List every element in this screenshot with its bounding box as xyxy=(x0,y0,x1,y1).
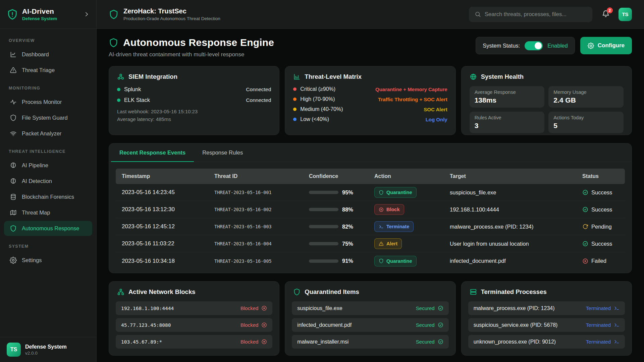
sidebar-item-label: File System Guard xyxy=(22,115,68,121)
sidebar-item-ai-pipeline[interactable]: AI Pipeline xyxy=(4,158,92,173)
column-header: Status xyxy=(576,169,625,184)
sidebar-item-blockchain-forensics[interactable]: Blockchain Forensics xyxy=(4,189,92,204)
siem-connection-name: Splunk xyxy=(124,86,141,93)
item-status[interactable]: Secured xyxy=(416,305,443,311)
stat-label: Average Response xyxy=(475,89,540,95)
footer-version: v2.0.0 xyxy=(25,351,67,356)
footer-avatar: TS xyxy=(7,343,21,357)
stat-value: 3 xyxy=(475,122,540,130)
sidebar-section-label: THREAT INTELLIGENCE xyxy=(0,142,96,157)
item-status[interactable]: Secured xyxy=(416,339,443,345)
stat-value: 5 xyxy=(553,122,619,130)
sidebar-item-label: AI Detection xyxy=(22,178,52,184)
check-circle-icon xyxy=(582,241,588,247)
webhook-icon xyxy=(117,73,124,80)
confidence-bar xyxy=(309,225,338,228)
shield-icon xyxy=(379,190,384,195)
item-name: 103.45.67.89:* xyxy=(121,339,162,345)
column-header: Target xyxy=(444,169,576,184)
stat-label: Memory Usage xyxy=(553,89,619,95)
system-health-card: System Health Average Response 138ms Mem… xyxy=(461,66,632,135)
configure-label: Configure xyxy=(598,42,625,49)
action-badge-alert[interactable]: Alert xyxy=(374,238,402,249)
chevron-right-icon[interactable] xyxy=(84,11,90,17)
gear-icon xyxy=(588,43,594,49)
event-target: suspicious_file.exe xyxy=(444,189,576,196)
alert-triangle-icon xyxy=(10,67,17,74)
main-content: Autonomous Response Engine AI-driven thr… xyxy=(97,29,644,362)
gear-icon xyxy=(10,257,17,264)
check-circle-icon xyxy=(582,189,588,195)
level-dot xyxy=(293,118,297,121)
list-item: 103.45.67.89:* Blocked xyxy=(116,335,272,349)
sidebar-section-label: SYSTEM xyxy=(0,237,96,252)
item-status[interactable]: Secured xyxy=(416,322,443,328)
notification-badge: 2 xyxy=(607,7,613,13)
quarantined-items-card: Quarantined Items suspicious_file.exe Se… xyxy=(285,281,455,356)
footer-title: Defense System xyxy=(25,344,67,350)
event-timestamp: 2023-05-16 11:03:22 xyxy=(116,240,208,247)
level-dot xyxy=(293,98,297,101)
notifications-button[interactable]: 2 xyxy=(602,10,610,19)
event-threat-id: THREAT-2023-05-16-005 xyxy=(208,258,303,264)
network-nodes-icon xyxy=(117,288,124,296)
sidebar-item-label: Settings xyxy=(22,257,42,263)
level-dot xyxy=(293,87,297,91)
list-item: unknown_process.exe (PID: 9012) Terminat… xyxy=(468,335,625,349)
sidebar-item-process-monitor[interactable]: Process Monitor xyxy=(4,95,92,110)
siem-connection-row: Splunk Connected xyxy=(117,86,271,93)
level-label: High (70-90%) xyxy=(300,96,335,102)
user-avatar[interactable]: TS xyxy=(619,8,632,21)
level-label: Critical (≥90%) xyxy=(300,86,335,92)
event-confidence: 82% xyxy=(303,224,368,230)
item-status[interactable]: Blocked xyxy=(240,339,267,345)
action-badge-quarantine[interactable]: Quarantine xyxy=(374,256,417,266)
confidence-bar xyxy=(309,259,338,263)
configure-button[interactable]: Configure xyxy=(580,37,632,54)
health-stat-tile: Rules Active 3 xyxy=(470,112,545,133)
sidebar-item-threat-triage[interactable]: Threat Triage xyxy=(4,63,92,78)
action-badge-terminate[interactable]: Terminate xyxy=(374,221,414,232)
search-box[interactable] xyxy=(469,7,592,22)
siem-connection-name: ELK Stack xyxy=(124,97,150,103)
matrix-card-title: Threat-Level Matrix xyxy=(305,73,362,80)
item-name: malware_process.exe (PID: 1234) xyxy=(474,305,555,311)
item-status[interactable]: Terminated xyxy=(586,305,620,311)
search-input[interactable] xyxy=(485,11,587,17)
tab-recent-response-events[interactable]: Recent Response Events xyxy=(111,143,194,162)
item-status[interactable]: Blocked xyxy=(240,322,267,328)
sidebar-item-packet-analyzer[interactable]: Packet Analyzer xyxy=(4,126,92,141)
sidebar-item-autonomous-response[interactable]: Autonomous Response xyxy=(4,221,92,236)
shield-icon xyxy=(293,288,301,296)
topbar: ZeroHack: TrustSec Production-Grade Auto… xyxy=(97,0,644,29)
sidebar-header: AI-Driven Defense System xyxy=(0,0,96,29)
item-status[interactable]: Terminated xyxy=(586,339,620,345)
sidebar-item-ai-detection[interactable]: AI Detection xyxy=(4,174,92,189)
action-badge-block[interactable]: Block xyxy=(374,204,404,215)
system-status-box: System Status: Enabled xyxy=(476,37,575,54)
sidebar-item-dashboard[interactable]: Dashboard xyxy=(4,47,92,62)
sidebar-item-settings[interactable]: Settings xyxy=(4,253,92,268)
sidebar-item-threat-map[interactable]: Threat Map xyxy=(4,205,92,220)
bar-chart-icon xyxy=(293,73,301,80)
action-badge-quarantine[interactable]: Quarantine xyxy=(374,187,417,198)
tab-response-rules[interactable]: Response Rules xyxy=(194,143,251,162)
column-header: Timestamp xyxy=(116,169,208,184)
list-item: 192.168.1.100:4444 Blocked xyxy=(116,301,272,315)
level-label: Low (<40%) xyxy=(300,116,329,122)
event-row: 2023-05-16 11:03:22 THREAT-2023-05-16-00… xyxy=(116,235,625,252)
threat-level-row: Medium (40-70%) SOC Alert xyxy=(293,106,447,112)
sidebar-item-file-system-guard[interactable]: File System Guard xyxy=(4,110,92,125)
confidence-bar xyxy=(309,242,338,245)
threat-level-row: High (70-90%) Traffic Throttling + SOC A… xyxy=(293,96,447,102)
response-events-card: Recent Response EventsResponse Rules Tim… xyxy=(109,143,632,273)
system-status-toggle[interactable] xyxy=(525,41,543,50)
event-status: Failed xyxy=(576,258,625,264)
item-status[interactable]: Blocked xyxy=(240,305,267,311)
event-confidence: 88% xyxy=(303,206,368,213)
stat-value: 2.4 GB xyxy=(553,96,619,104)
list-item: suspicious_file.exe Secured xyxy=(292,301,448,315)
check-circle-icon xyxy=(438,339,443,345)
event-target: malware_process.exe (PID: 1234) xyxy=(444,224,576,230)
item-status[interactable]: Terminated xyxy=(586,322,620,328)
